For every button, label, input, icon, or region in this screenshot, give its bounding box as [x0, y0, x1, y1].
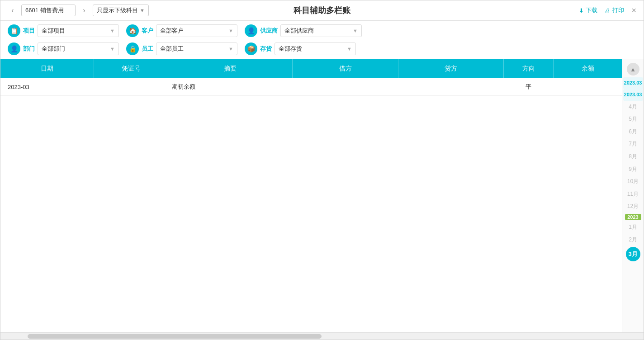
- titlebar-left: ‹ 6601 销售费用 › 只显示下级科目 ▼: [8, 5, 149, 16]
- supplier-label: 供应商: [260, 27, 278, 35]
- col-balance: 余额: [554, 59, 622, 78]
- download-icon: ⬇: [579, 7, 584, 14]
- filter-project: 📋 项目 全部项目 ▼: [8, 24, 119, 37]
- filter-area: 📋 项目 全部项目 ▼ 🏠 客户 全部客户 ▼: [0, 21, 644, 59]
- sidebar-month-3-active[interactable]: 3月: [626, 247, 640, 261]
- show-sub-chevron: ▼: [140, 8, 145, 13]
- employee-value: 全部员工: [160, 45, 184, 53]
- show-sub-select[interactable]: 只显示下级科目 ▼: [93, 5, 149, 16]
- supplier-icon: 👤: [245, 24, 257, 37]
- cell-summary: 期初余额: [168, 78, 293, 96]
- sidebar-month-9[interactable]: 9月: [623, 163, 643, 176]
- project-chevron: ▼: [110, 28, 115, 33]
- titlebar: ‹ 6601 销售费用 › 只显示下级科目 ▼ 科目辅助多栏账 ⬇ 下载 🖨 打…: [0, 0, 644, 21]
- department-select[interactable]: 全部部门 ▼: [38, 42, 119, 55]
- inventory-select[interactable]: 全部存货 ▼: [275, 42, 356, 55]
- inventory-chevron: ▼: [347, 46, 352, 52]
- table-row: 2023-03 期初余额 平: [0, 78, 622, 96]
- ledger-table: 日期 凭证号 摘要 借方 贷方 方向 余额 2023-03 期初余额: [0, 59, 622, 96]
- col-voucher: 凭证号: [94, 59, 168, 78]
- table-container: 日期 凭证号 摘要 借方 贷方 方向 余额 2023-03 期初余额: [0, 59, 622, 332]
- print-label: 打印: [612, 6, 624, 14]
- customer-label: 客户: [142, 27, 153, 35]
- close-btn[interactable]: ×: [631, 6, 636, 15]
- show-sub-label: 只显示下级科目: [97, 6, 138, 14]
- cell-direction: 平: [504, 78, 554, 96]
- sidebar-month-8[interactable]: 8月: [623, 151, 643, 163]
- filter-supplier: 👤 供应商 全部供应商 ▼: [245, 24, 362, 37]
- project-label: 项目: [23, 27, 35, 35]
- sidebar-month-11[interactable]: 11月: [623, 188, 643, 201]
- sidebar-month-7[interactable]: 7月: [623, 138, 643, 151]
- sidebar-month-12[interactable]: 12月: [623, 200, 643, 213]
- col-direction: 方向: [504, 59, 554, 78]
- sidebar-period-1[interactable]: 2023.03: [623, 77, 643, 89]
- employee-chevron: ▼: [228, 46, 233, 52]
- sidebar-up-btn[interactable]: ▲: [627, 63, 639, 76]
- customer-value: 全部客户: [160, 27, 184, 35]
- sidebar-month-6[interactable]: 6月: [623, 126, 643, 138]
- sidebar-month-10[interactable]: 10月: [623, 175, 643, 188]
- cell-balance: [554, 78, 622, 96]
- employee-icon: 🔒: [126, 42, 139, 55]
- employee-select[interactable]: 全部员工 ▼: [156, 42, 237, 55]
- inventory-value: 全部存货: [279, 45, 302, 53]
- download-label: 下载: [586, 6, 597, 14]
- cell-date: 2023-03: [0, 78, 94, 96]
- department-icon: 👤: [8, 42, 20, 55]
- h-scrollbar[interactable]: [28, 334, 322, 339]
- table-header-row: 日期 凭证号 摘要 借方 贷方 方向 余额: [0, 59, 622, 78]
- prev-account-btn[interactable]: ‹: [8, 5, 18, 15]
- cell-voucher: [94, 78, 168, 96]
- supplier-chevron: ▼: [353, 28, 358, 33]
- department-label: 部门: [23, 45, 35, 53]
- inventory-label: 存货: [260, 45, 272, 53]
- print-icon: 🖨: [605, 7, 611, 14]
- project-select[interactable]: 全部项目 ▼: [38, 24, 119, 37]
- page-title: 科目辅助多栏账: [294, 5, 350, 16]
- sidebar-month-4[interactable]: 4月: [623, 101, 643, 113]
- inventory-icon: 📦: [245, 42, 257, 55]
- next-account-btn[interactable]: ›: [79, 5, 89, 15]
- filter-customer: 🏠 客户 全部客户 ▼: [126, 24, 237, 37]
- col-summary: 摘要: [168, 59, 293, 78]
- cell-debit: [293, 78, 398, 96]
- project-icon: 📋: [8, 24, 20, 37]
- filter-employee: 🔒 员工 全部员工 ▼: [126, 42, 237, 55]
- filter-inventory: 📦 存货 全部存货 ▼: [245, 42, 356, 55]
- right-sidebar: ▲ 2023.03 2023.03 4月 5月 6月 7月 8月 9月 10月 …: [622, 59, 644, 332]
- customer-icon: 🏠: [126, 24, 139, 37]
- filter-department: 👤 部门 全部部门 ▼: [8, 42, 119, 55]
- download-btn[interactable]: ⬇ 下载: [579, 6, 597, 14]
- account-code: 6601 销售费用: [21, 5, 76, 16]
- cell-credit: [398, 78, 504, 96]
- scrollbar-area: [0, 332, 644, 340]
- employee-label: 员工: [142, 45, 153, 53]
- customer-select[interactable]: 全部客户 ▼: [156, 24, 237, 37]
- col-credit: 贷方: [398, 59, 504, 78]
- supplier-value: 全部供应商: [284, 27, 314, 35]
- filter-row-2: 👤 部门 全部部门 ▼ 🔒 员工 全部员工 ▼: [8, 42, 636, 55]
- department-value: 全部部门: [42, 45, 65, 53]
- col-debit: 借方: [293, 59, 398, 78]
- titlebar-right: ⬇ 下载 🖨 打印 ×: [579, 6, 636, 15]
- sidebar-month-5[interactable]: 5月: [623, 113, 643, 126]
- filter-row-1: 📋 项目 全部项目 ▼ 🏠 客户 全部客户 ▼: [8, 24, 636, 37]
- col-date: 日期: [0, 59, 94, 78]
- sidebar-period-2[interactable]: 2023.03: [623, 89, 643, 101]
- department-chevron: ▼: [110, 46, 115, 52]
- customer-chevron: ▼: [228, 28, 233, 33]
- main-window: ‹ 6601 销售费用 › 只显示下级科目 ▼ 科目辅助多栏账 ⬇ 下载 🖨 打…: [0, 0, 644, 340]
- sidebar-month-1[interactable]: 1月: [623, 221, 643, 234]
- sidebar-month-2[interactable]: 2月: [623, 234, 643, 246]
- project-value: 全部项目: [42, 27, 65, 35]
- supplier-select[interactable]: 全部供应商 ▼: [280, 24, 362, 37]
- print-btn[interactable]: 🖨 打印: [605, 6, 624, 14]
- sidebar-year-badge[interactable]: 2023: [625, 214, 641, 220]
